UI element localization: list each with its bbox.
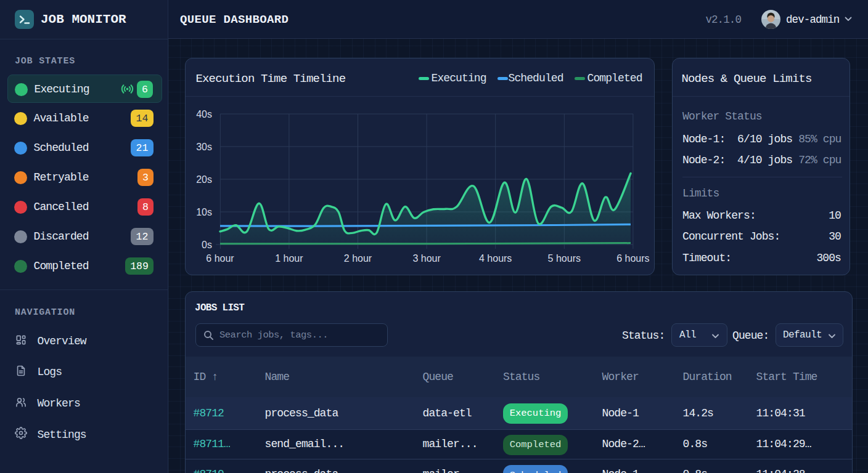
svg-text:2 hour: 2 hour: [344, 253, 372, 264]
svg-text:3 hour: 3 hour: [412, 253, 441, 264]
svg-text:4 hours: 4 hours: [479, 253, 512, 264]
svg-text:20s: 20s: [196, 174, 212, 185]
svg-text:6 hour: 6 hour: [206, 253, 234, 264]
svg-text:1 hour: 1 hour: [275, 253, 303, 264]
svg-text:6 hours: 6 hours: [616, 253, 649, 264]
svg-text:40s: 40s: [196, 109, 212, 119]
svg-text:0s: 0s: [202, 240, 212, 250]
svg-text:30s: 30s: [196, 142, 212, 152]
svg-text:5 hours: 5 hours: [548, 253, 581, 264]
svg-text:10s: 10s: [196, 207, 212, 217]
